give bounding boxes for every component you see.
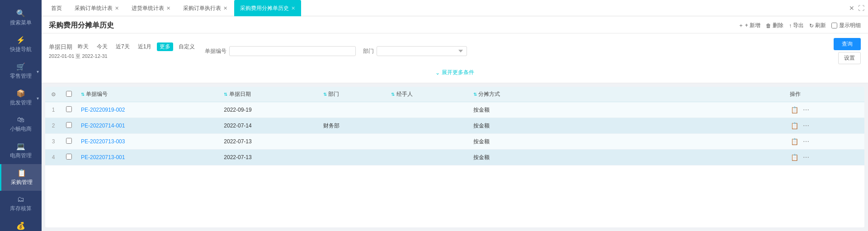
row-checkbox[interactable] bbox=[66, 106, 72, 112]
show-detail-checkbox[interactable]: 显示明细 bbox=[831, 22, 861, 29]
maximize-icon[interactable]: ⛶ bbox=[858, 5, 864, 12]
close-icon[interactable]: ✕ bbox=[291, 5, 295, 11]
select-all-checkbox[interactable] bbox=[66, 91, 72, 97]
sidebar-item-label: 搜索菜单 bbox=[10, 19, 32, 26]
table-header-handler[interactable]: ⇅ 经手人 bbox=[387, 87, 468, 102]
table-row: 1 PE-20220919-002 2022-09-19 按金额 📋 ⋯ bbox=[45, 102, 864, 118]
last7days-btn[interactable]: 近7天 bbox=[113, 42, 132, 51]
purchase-icon: 📋 bbox=[4, 169, 39, 177]
query-button[interactable]: 查询 bbox=[834, 38, 861, 50]
last1month-btn[interactable]: 近1月 bbox=[135, 42, 155, 51]
order-num-link[interactable]: PE-20220713-003 bbox=[81, 138, 125, 145]
table-row: 4 PE-20220713-001 2022-07-13 按金额 📋 ⋯ bbox=[45, 150, 864, 165]
filter-settings-button[interactable]: 设置 bbox=[838, 52, 861, 64]
sidebar-item-wholesale[interactable]: 📦 批发管理 ▾ bbox=[0, 85, 42, 111]
row-checkbox-cell bbox=[61, 118, 76, 134]
row-checkbox[interactable] bbox=[66, 122, 72, 128]
order-num-link[interactable]: PE-20220713-001 bbox=[81, 154, 125, 160]
add-button[interactable]: ＋ + 新增 bbox=[738, 22, 760, 29]
table-header-method[interactable]: ⇅ 分摊方式 bbox=[469, 87, 785, 102]
table-header-date[interactable]: ⇅ 单据日期 bbox=[219, 87, 318, 102]
table-settings-col[interactable]: ⚙ bbox=[45, 87, 61, 102]
edit-icon[interactable]: 📋 bbox=[790, 137, 799, 146]
row-checkbox[interactable] bbox=[66, 138, 72, 144]
show-detail-input[interactable] bbox=[831, 23, 837, 28]
table-header-action: 操作 bbox=[785, 87, 864, 102]
row-actions: 📋 ⋯ bbox=[785, 134, 864, 150]
row-method: 按金额 bbox=[469, 134, 785, 150]
edit-icon[interactable]: 📋 bbox=[790, 153, 799, 162]
table-body: 1 PE-20220919-002 2022-09-19 按金额 📋 ⋯ 2 bbox=[45, 102, 864, 165]
custom-date-btn[interactable]: 自定义 bbox=[176, 42, 198, 51]
close-icon[interactable]: ✕ bbox=[223, 5, 227, 11]
filter-area: 单据日期 昨天 今天 近7天 近1月 更多 自定义 2022-01-01 至 2… bbox=[42, 33, 868, 83]
tab-purchase-exec[interactable]: 采购订单执行表 ✕ bbox=[177, 0, 233, 16]
sidebar-item-ecom-small[interactable]: 🛍 小畅电商 bbox=[0, 111, 42, 137]
table-area: ⚙ ⇅ 单据编号 ⇅ 单据日期 ⇅ bbox=[45, 87, 864, 227]
edit-icon[interactable]: 📋 bbox=[790, 121, 799, 130]
nav-icon: ⚡ bbox=[2, 36, 39, 44]
retail-icon: 🛒 bbox=[2, 62, 39, 71]
sidebar: 🔍 搜索菜单 ⚡ 快捷导航 🛒 零售管理 ▾ 📦 批发管理 ▾ 🛍 小畅电商 💻… bbox=[0, 0, 42, 231]
finance-icon: 💰 bbox=[2, 222, 39, 230]
close-window-icon[interactable]: ✕ bbox=[849, 5, 854, 12]
table-header-dept[interactable]: ⇅ 部门 bbox=[319, 87, 387, 102]
refresh-button[interactable]: ↻ 刷新 bbox=[809, 22, 826, 29]
sidebar-item-purchase[interactable]: 📋 采购管理 bbox=[0, 164, 42, 191]
sidebar-item-finance[interactable]: 💰 资金管理 bbox=[0, 217, 42, 231]
sidebar-item-search[interactable]: 🔍 搜索菜单 bbox=[0, 5, 42, 31]
yesterday-btn[interactable]: 昨天 bbox=[75, 42, 91, 51]
dept-select[interactable]: 财务部 bbox=[377, 46, 467, 56]
sidebar-item-ecom[interactable]: 💻 电商管理 bbox=[0, 137, 42, 164]
sidebar-item-retail[interactable]: 🛒 零售管理 ▾ bbox=[0, 58, 42, 85]
expand-button[interactable]: ⌄ 展开更多条件 bbox=[435, 67, 474, 78]
tab-purchase-cost-history[interactable]: 采购费用分摊单历史 ✕ bbox=[234, 0, 301, 16]
row-date: 2022-07-13 bbox=[219, 134, 318, 150]
row-order-num: PE-20220919-002 bbox=[76, 102, 219, 118]
refresh-label: 刷新 bbox=[815, 22, 826, 29]
table-header-row: ⚙ ⇅ 单据编号 ⇅ 单据日期 ⇅ bbox=[45, 87, 864, 102]
sidebar-item-nav[interactable]: ⚡ 快捷导航 bbox=[0, 31, 42, 58]
order-num-link[interactable]: PE-20220714-001 bbox=[81, 123, 125, 129]
tab-home[interactable]: 首页 bbox=[45, 0, 68, 16]
row-num: 3 bbox=[45, 134, 61, 150]
page-title: 采购费用分摊单历史 bbox=[49, 21, 114, 30]
delete-button[interactable]: 🗑 删除 bbox=[766, 22, 783, 29]
row-checkbox[interactable] bbox=[66, 154, 72, 160]
tab-purchase-stats[interactable]: 采购订单统计表 ✕ bbox=[69, 0, 125, 16]
table-header-order-num[interactable]: ⇅ 单据编号 bbox=[76, 87, 219, 102]
row-num: 2 bbox=[45, 118, 61, 134]
row-dept: 财务部 bbox=[319, 118, 387, 134]
action-icons: 📋 ⋯ bbox=[790, 137, 860, 146]
more-icon[interactable]: ⋯ bbox=[802, 137, 810, 146]
sidebar-item-label: 快捷导航 bbox=[10, 46, 32, 52]
close-icon[interactable]: ✕ bbox=[166, 5, 170, 11]
row-actions: 📋 ⋯ bbox=[785, 150, 864, 165]
today-btn[interactable]: 今天 bbox=[94, 42, 110, 51]
tab-inbound-stats[interactable]: 进货单统计表 ✕ bbox=[126, 0, 176, 16]
row-date: 2022-07-13 bbox=[219, 150, 318, 165]
order-num-link[interactable]: PE-20220919-002 bbox=[81, 107, 125, 113]
inventory-icon: 🗂 bbox=[2, 195, 39, 203]
date-range-text: 2022-01-01 至 2022-12-31 bbox=[49, 53, 198, 60]
close-icon[interactable]: ✕ bbox=[115, 5, 119, 11]
more-icon[interactable]: ⋯ bbox=[802, 121, 810, 130]
more-icon[interactable]: ⋯ bbox=[802, 105, 810, 114]
sort-icon: ⇅ bbox=[224, 92, 227, 97]
sidebar-item-inventory[interactable]: 🗂 库存核算 bbox=[0, 191, 42, 217]
order-num-input[interactable] bbox=[229, 46, 356, 56]
row-method: 按金额 bbox=[469, 150, 785, 165]
more-dates-btn[interactable]: 更多 bbox=[157, 42, 173, 51]
edit-icon[interactable]: 📋 bbox=[790, 105, 799, 114]
toolbar: ＋ + 新增 🗑 删除 ↑ 导出 ↻ 刷新 显示明细 bbox=[738, 22, 861, 29]
export-button[interactable]: ↑ 导出 bbox=[789, 22, 804, 29]
refresh-icon: ↻ bbox=[809, 23, 814, 29]
add-icon: ＋ bbox=[738, 22, 744, 29]
row-order-num: PE-20220713-003 bbox=[76, 134, 219, 150]
chevron-down-icon: ▾ bbox=[37, 69, 39, 74]
date-filter-group: 单据日期 昨天 今天 近7天 近1月 更多 自定义 2022-01-01 至 2… bbox=[49, 42, 198, 60]
more-icon[interactable]: ⋯ bbox=[802, 153, 810, 162]
tab-actions: ✕ ⛶ bbox=[849, 5, 864, 12]
row-dept bbox=[319, 150, 387, 165]
table-row: 3 PE-20220713-003 2022-07-13 按金额 📋 ⋯ bbox=[45, 134, 864, 150]
